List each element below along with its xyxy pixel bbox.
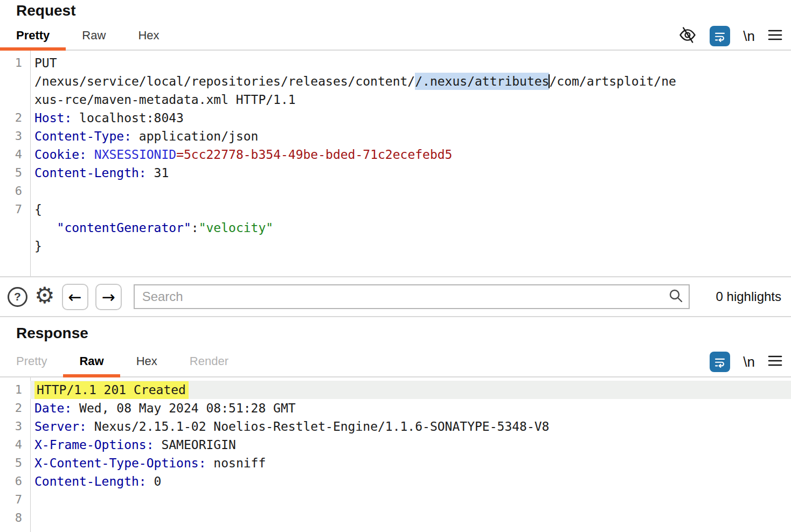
code-segment: }: [34, 239, 42, 253]
code-segment: xus-rce/maven-metadata.xml HTTP/1.1: [34, 93, 296, 107]
request-panel: Request PrettyRawHex \n: [0, 0, 791, 276]
help-icon[interactable]: ?: [8, 287, 27, 307]
line-number: 5: [0, 454, 30, 472]
editor-row: 3Content-Type: application/json: [0, 127, 791, 145]
request-tab-raw[interactable]: Raw: [66, 24, 122, 51]
code-segment: 0: [147, 474, 162, 488]
line-number: [0, 72, 30, 90]
hide-nonprintable-icon[interactable]: [678, 26, 697, 46]
line-number: [0, 237, 30, 255]
code-segment: NXSESSIONID: [94, 148, 176, 162]
editor-row: 2Host: localhost:8043: [0, 109, 791, 127]
code-segment: Server:: [34, 419, 87, 433]
editor-row: 7: [0, 491, 791, 509]
code-text: "contentGenerator":"velocity": [30, 219, 791, 237]
editor-row: 6Content-Length: 0: [0, 472, 791, 491]
search-box: [134, 284, 690, 309]
code-text: Server: Nexus/2.15.1-02 Noelios-Restlet-…: [30, 417, 791, 436]
gear-icon[interactable]: ⚙: [34, 284, 55, 307]
search-icon: [668, 288, 683, 305]
response-tab-render[interactable]: Render: [174, 348, 245, 377]
editor-row: 5Content-Length: 31: [0, 164, 791, 182]
code-segment: Content-Length:: [34, 474, 147, 488]
response-editor[interactable]: 1HTTP/1.1 201 Created2Date: Wed, 08 May …: [0, 377, 791, 532]
code-segment: X-Content-Type-Options:: [34, 456, 206, 470]
code-segment: Nexus/2.15.1-02 Noelios-Restlet-Engine/1…: [87, 419, 550, 433]
code-text: PUT: [30, 54, 791, 72]
line-number: 6: [0, 472, 30, 491]
editor-row: 4Cookie: NXSESSIONID=5cc22778-b354-49be-…: [0, 145, 791, 164]
editor-row: 8: [0, 509, 791, 527]
newline-toggle-icon[interactable]: \n: [743, 28, 755, 45]
request-title: Request: [0, 0, 791, 24]
response-tab-icons: \n: [710, 348, 791, 375]
code-segment: =5cc22778-b354-49be-bded-71c2ecefebd5: [176, 148, 452, 162]
editor-row: 7{: [0, 200, 791, 219]
code-segment: {: [34, 202, 42, 216]
code-segment: Host:: [34, 111, 72, 125]
code-text: [30, 182, 791, 200]
code-segment: Wed, 08 May 2024 08:51:28 GMT: [72, 401, 295, 415]
code-text: Date: Wed, 08 May 2024 08:51:28 GMT: [30, 399, 791, 417]
line-number: 7: [0, 491, 30, 509]
request-tab-list: PrettyRawHex: [0, 24, 176, 50]
word-wrap-icon[interactable]: [710, 352, 730, 372]
code-segment: /com/artsploit/ne: [549, 74, 676, 88]
code-segment: "contentGenerator": [57, 221, 191, 235]
line-number: 6: [0, 182, 30, 200]
menu-icon[interactable]: [768, 29, 782, 44]
code-text: /nexus/service/local/repositories/releas…: [30, 72, 791, 90]
line-number: 2: [0, 109, 30, 127]
response-tab-raw[interactable]: Raw: [63, 348, 120, 377]
line-number: [0, 90, 30, 109]
code-text: X-Frame-Options: SAMEORIGIN: [30, 436, 791, 454]
line-number: 1: [0, 381, 30, 399]
code-text: }: [30, 237, 791, 255]
code-text: Content-Length: 0: [30, 472, 791, 491]
newline-toggle-icon[interactable]: \n: [743, 354, 755, 370]
editor-row: 2Date: Wed, 08 May 2024 08:51:28 GMT: [0, 399, 791, 417]
code-segment: PUT: [34, 56, 57, 70]
code-segment: X-Frame-Options:: [34, 438, 154, 452]
line-number: [0, 219, 30, 237]
code-segment: "velocity": [199, 221, 273, 235]
next-match-button[interactable]: →: [95, 284, 122, 310]
response-tabs: PrettyRawHexRender \n: [0, 348, 791, 377]
response-panel: Response PrettyRawHexRender \n: [0, 317, 791, 532]
code-text: [30, 491, 791, 509]
search-input[interactable]: [135, 289, 668, 304]
editor-row: xus-rce/maven-metadata.xml HTTP/1.1: [0, 90, 791, 109]
request-tab-hex[interactable]: Hex: [122, 24, 175, 51]
line-number: 4: [0, 436, 30, 454]
line-number: 8: [0, 509, 30, 527]
editor-row: /nexus/service/local/repositories/releas…: [0, 72, 791, 90]
editor-row: 3Server: Nexus/2.15.1-02 Noelios-Restlet…: [0, 417, 791, 436]
menu-icon[interactable]: [768, 354, 782, 369]
previous-match-button[interactable]: ←: [62, 284, 88, 310]
editor-row: 6: [0, 182, 791, 200]
code-segment: application/json: [131, 129, 258, 143]
line-number: 2: [0, 399, 30, 417]
editor-row: 1PUT: [0, 54, 791, 72]
code-segment: SAMEORIGIN: [154, 438, 236, 452]
word-wrap-icon[interactable]: [710, 26, 730, 46]
code-segment: localhost:8043: [72, 111, 184, 125]
line-number: 5: [0, 164, 30, 182]
request-tab-pretty[interactable]: Pretty: [0, 24, 66, 51]
editor-row: 5X-Content-Type-Options: nosniff: [0, 454, 791, 472]
response-tab-pretty[interactable]: Pretty: [0, 348, 63, 377]
code-segment: 31: [147, 166, 169, 180]
line-number: 3: [0, 127, 30, 145]
code-text: {: [30, 200, 791, 219]
highlights-count: 0 highlights: [716, 289, 783, 304]
response-title: Response: [0, 317, 791, 348]
code-segment: nosniff: [206, 456, 266, 470]
code-text: [30, 509, 791, 527]
code-segment: Content-Length:: [34, 166, 147, 180]
code-text: Content-Length: 31: [30, 164, 791, 182]
editor-row: 1HTTP/1.1 201 Created: [0, 381, 791, 399]
request-editor[interactable]: 1PUT/nexus/service/local/repositories/re…: [0, 51, 791, 276]
editor-row: "contentGenerator":"velocity": [0, 219, 791, 237]
code-text: Host: localhost:8043: [30, 109, 791, 127]
response-tab-hex[interactable]: Hex: [120, 348, 174, 377]
